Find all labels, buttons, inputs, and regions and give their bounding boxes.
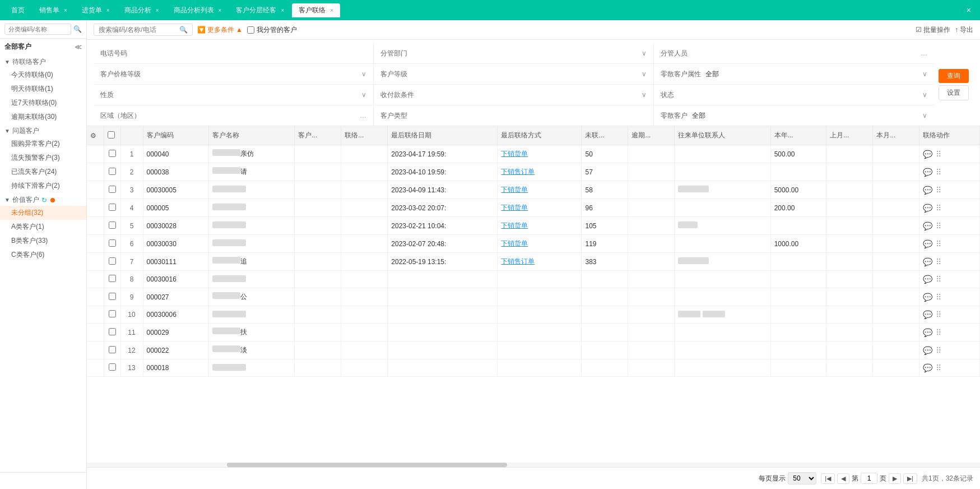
- grid-icon[interactable]: ⠿: [936, 293, 941, 302]
- reset-button[interactable]: 设置: [939, 85, 969, 100]
- payment-select[interactable]: ∨: [419, 91, 647, 99]
- row-checkbox[interactable]: [109, 204, 116, 211]
- row-checkbox[interactable]: [109, 186, 116, 193]
- grid-icon[interactable]: ⠿: [936, 328, 941, 337]
- nav-tab-customer-tier[interactable]: 客户分层经客 ×: [229, 3, 291, 17]
- sidebar-search-icon[interactable]: 🔍: [73, 25, 82, 33]
- nav-home[interactable]: 首页: [4, 3, 31, 17]
- nature-select[interactable]: ∨: [118, 91, 366, 99]
- filter-search-input[interactable]: [99, 26, 177, 34]
- contact-way-link[interactable]: 下销货单: [501, 239, 528, 247]
- grid-icon[interactable]: ⠿: [936, 186, 941, 195]
- sidebar-item-overdue[interactable]: 逾期未联络(30): [0, 110, 86, 124]
- batch-operation-button[interactable]: ☑ 批量操作: [916, 25, 950, 35]
- scatter-select[interactable]: 全部 ∨: [692, 111, 927, 121]
- contact-way-link[interactable]: 下销售订单: [501, 257, 535, 265]
- sidebar-all-customers[interactable]: 全部客户 ≪: [0, 39, 86, 55]
- row-checkbox[interactable]: [109, 328, 116, 335]
- sidebar-item-declining[interactable]: 持续下滑客户(2): [0, 179, 86, 193]
- select-all-checkbox[interactable]: [108, 131, 115, 139]
- grid-icon[interactable]: ⠿: [936, 310, 941, 319]
- sidebar-item-churned[interactable]: 已流失客户(24): [0, 165, 86, 179]
- grid-icon[interactable]: ⠿: [936, 346, 941, 355]
- sidebar-item-class-c[interactable]: C类客户(6): [0, 248, 86, 262]
- my-customers-checkbox[interactable]: [247, 26, 254, 34]
- chat-icon[interactable]: 💬: [923, 328, 932, 337]
- chat-icon[interactable]: 💬: [923, 257, 932, 266]
- filter-search-icon[interactable]: 🔍: [179, 26, 188, 34]
- grid-icon[interactable]: ⠿: [936, 257, 941, 266]
- chat-icon[interactable]: 💬: [923, 222, 932, 230]
- region-more-icon[interactable]: …: [360, 112, 366, 119]
- th-settings[interactable]: ⚙: [87, 126, 104, 145]
- chat-icon[interactable]: 💬: [923, 275, 932, 284]
- chat-icon[interactable]: 💬: [923, 346, 932, 355]
- close-customer-tier-tab[interactable]: ×: [281, 7, 284, 13]
- row-checkbox[interactable]: [109, 363, 116, 371]
- filter-my-customers[interactable]: 我分管的客户: [247, 25, 297, 35]
- close-sales-tab[interactable]: ×: [64, 7, 67, 13]
- chat-icon[interactable]: 💬: [923, 186, 932, 195]
- customer-type-input[interactable]: [412, 112, 647, 119]
- row-checkbox[interactable]: [109, 168, 116, 175]
- nav-tab-customer-contact[interactable]: 客户联络 ×: [292, 3, 340, 17]
- region-input[interactable]: [145, 112, 355, 119]
- grid-icon[interactable]: ⠿: [936, 363, 941, 372]
- per-page-select[interactable]: 50 100 200: [788, 472, 816, 485]
- sidebar-section-problem[interactable]: ▼ 问题客户: [0, 124, 86, 137]
- grid-icon[interactable]: ⠿: [936, 150, 941, 159]
- sidebar-item-tomorrow[interactable]: 明天待联络(1): [0, 82, 86, 96]
- nav-tab-sales[interactable]: 销售单 ×: [32, 3, 74, 17]
- row-checkbox[interactable]: [109, 222, 116, 229]
- sidebar-item-hoarding[interactable]: 囤购异常客户(2): [0, 137, 86, 151]
- close-customer-contact-tab[interactable]: ×: [330, 7, 333, 13]
- sidebar-item-class-b[interactable]: B类客户(33): [0, 234, 86, 248]
- contact-way-link[interactable]: 下销货单: [501, 186, 528, 193]
- row-checkbox[interactable]: [109, 310, 116, 317]
- sidebar-item-today[interactable]: 今天待联络(0): [0, 68, 86, 82]
- row-checkbox[interactable]: [109, 239, 116, 247]
- sidebar-item-class-a[interactable]: A类客户(1): [0, 220, 86, 234]
- row-checkbox[interactable]: [109, 275, 116, 282]
- contact-way-link[interactable]: 下销售订单: [501, 168, 535, 176]
- sidebar-item-7days[interactable]: 近7天待联络(0): [0, 96, 86, 110]
- scrollbar-thumb[interactable]: [227, 463, 507, 467]
- sidebar-section-pending[interactable]: ▼ 待联络客户: [0, 55, 86, 68]
- chat-icon[interactable]: 💬: [923, 204, 932, 213]
- sidebar-section-value[interactable]: ▼ 价值客户 ↻: [0, 193, 86, 206]
- contact-way-link[interactable]: 下销货单: [501, 222, 528, 229]
- nav-tab-product-analysis[interactable]: 商品分析 ×: [118, 3, 166, 17]
- row-checkbox[interactable]: [109, 257, 116, 265]
- chat-icon[interactable]: 💬: [923, 168, 932, 177]
- chat-icon[interactable]: 💬: [923, 293, 932, 302]
- sidebar-search-input[interactable]: [4, 24, 71, 35]
- grid-icon[interactable]: ⠿: [936, 204, 941, 213]
- close-purchase-tab[interactable]: ×: [106, 7, 110, 13]
- refresh-icon[interactable]: ↻: [41, 196, 47, 204]
- row-checkbox[interactable]: [109, 293, 116, 300]
- chat-icon[interactable]: 💬: [923, 150, 932, 159]
- nav-tab-purchase[interactable]: 进货单 ×: [75, 3, 117, 17]
- scatter-attr-select[interactable]: 全部 ∨: [705, 70, 927, 79]
- row-checkbox[interactable]: [109, 346, 116, 353]
- first-page-button[interactable]: |◀: [821, 473, 835, 484]
- query-button[interactable]: 查询: [939, 69, 969, 83]
- grid-icon[interactable]: ⠿: [936, 275, 941, 284]
- customer-level-select[interactable]: ∨: [412, 70, 647, 78]
- manager-input[interactable]: [692, 49, 916, 57]
- sidebar-item-ungrouped[interactable]: 未分组(32): [0, 206, 86, 220]
- prev-page-button[interactable]: ◀: [837, 473, 849, 484]
- last-page-button[interactable]: ▶|: [903, 473, 917, 484]
- nav-close-button[interactable]: ×: [962, 3, 976, 17]
- grid-icon[interactable]: ⠿: [936, 222, 941, 230]
- page-number-input[interactable]: [861, 473, 877, 484]
- grid-icon[interactable]: ⠿: [936, 239, 941, 248]
- phone-input[interactable]: [132, 49, 366, 57]
- contact-way-link[interactable]: 下销货单: [501, 150, 528, 158]
- chat-icon[interactable]: 💬: [923, 239, 932, 248]
- price-level-select[interactable]: ∨: [145, 70, 366, 78]
- export-button[interactable]: ↑ 导出: [955, 25, 973, 35]
- close-product-analysis-tab[interactable]: ×: [156, 7, 159, 13]
- filter-more-conditions[interactable]: 🔽 更多条件 ▲: [197, 25, 243, 35]
- contact-way-link[interactable]: 下销货单: [501, 204, 528, 211]
